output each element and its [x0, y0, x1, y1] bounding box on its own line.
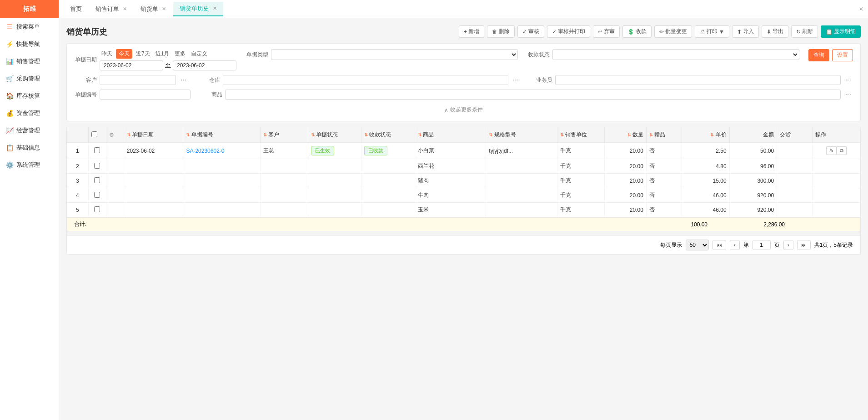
doc-type-select[interactable] [271, 49, 518, 60]
batch-change-button[interactable]: ✏ 批量变更 [654, 25, 692, 38]
date-btn-today[interactable]: 今天 [116, 49, 132, 59]
copy-button[interactable]: ⧉ [837, 146, 847, 155]
cell-check[interactable] [88, 143, 106, 159]
page-number-input[interactable] [753, 240, 771, 250]
receive-icon: 💲 [627, 29, 634, 35]
cell-check[interactable] [88, 188, 106, 203]
cell-doc-no[interactable] [183, 203, 261, 217]
date-start-input[interactable] [100, 60, 163, 70]
column-settings-icon[interactable]: ⚙ [109, 132, 114, 138]
cell-check[interactable] [88, 174, 106, 188]
customer-dots[interactable]: ··· [179, 76, 188, 84]
next-page-button[interactable]: › [783, 240, 793, 250]
col-header-doc-status[interactable]: ⇅ 单据状态 [308, 127, 361, 143]
date-label: 单据日期 [74, 56, 97, 64]
sort-icon: ⇅ [127, 132, 130, 137]
last-page-button[interactable]: ⏭ [797, 240, 811, 250]
col-header-unit[interactable]: ⇅ 销售单位 [557, 127, 605, 143]
sidebar-item-sys-mgmt[interactable]: ⚙️ 系统管理 [0, 156, 59, 174]
cell-check[interactable] [88, 203, 106, 217]
import-button[interactable]: ⬆ 导入 [732, 25, 759, 38]
tab-sales-history-close[interactable]: ✕ [213, 5, 217, 11]
delete-button[interactable]: 🗑 删除 [487, 25, 515, 38]
per-page-select[interactable]: 50 100 [686, 240, 709, 250]
tab-home[interactable]: 首页 [64, 2, 88, 16]
filter-row-3: 单据编号 商品 ··· [74, 90, 853, 100]
date-btn-custom[interactable]: 自定义 [189, 49, 209, 59]
sidebar-item-inventory[interactable]: 🏠 库存核算 [0, 87, 59, 105]
sidebar-item-sales-mgmt[interactable]: 📊 销售管理 [0, 53, 59, 70]
receive-button[interactable]: 💲 收款 [622, 25, 652, 38]
col-header-pay-status[interactable]: ⇅ 收款状态 [361, 127, 415, 143]
col-header-goods[interactable]: ⇅ 商品 [415, 127, 486, 143]
abandon-button[interactable]: ↩ 弃审 [593, 25, 620, 38]
date-btn-more[interactable]: 更多 [173, 49, 187, 59]
sidebar-item-purchase-mgmt[interactable]: 🛒 采购管理 [0, 70, 59, 87]
salesperson-dots[interactable]: ··· [843, 76, 853, 84]
row-checkbox[interactable] [94, 177, 100, 183]
cell-doc-no[interactable] [183, 188, 261, 203]
audit-print-button[interactable]: ✓ 审核并打印 [547, 25, 590, 38]
warehouse-dots[interactable]: ··· [511, 76, 521, 84]
date-btn-yesterday[interactable]: 昨天 [100, 49, 114, 59]
tab-sales-order[interactable]: 销售订单 ✕ [89, 2, 133, 16]
tab-sales-history[interactable]: 销货单历史 ✕ [173, 2, 223, 16]
sidebar-item-basic-info[interactable]: 📋 基础信息 [0, 139, 59, 156]
row-checkbox[interactable] [94, 163, 100, 169]
show-detail-button[interactable]: 📋 显示明细 [821, 25, 861, 38]
cell-check[interactable] [88, 159, 106, 174]
edit-button[interactable]: ✎ [826, 146, 837, 155]
date-btn-7days[interactable]: 近7天 [134, 49, 152, 59]
col-header-doc-no[interactable]: ⇅ 单据编号 [183, 127, 261, 143]
col-header-spec[interactable]: ⇅ 规格型号 [486, 127, 557, 143]
new-button[interactable]: + 新增 [459, 25, 484, 38]
tab-sales-goods[interactable]: 销货单 ✕ [134, 2, 172, 16]
col-header-qty[interactable]: ⇅ 数量 [605, 127, 646, 143]
col-header-gift[interactable]: ⇅ 赠品 [646, 127, 682, 143]
query-button[interactable]: 查询 [808, 49, 829, 61]
pay-status-select[interactable] [552, 49, 799, 60]
tab-sales-goods-label: 销货单 [140, 5, 158, 13]
first-page-button[interactable]: ⏮ [712, 240, 726, 250]
date-end-input[interactable] [173, 60, 236, 70]
cell-settings [106, 188, 124, 203]
sort-icon: ⇅ [489, 132, 492, 137]
prev-page-button[interactable]: ‹ [730, 240, 740, 250]
tab-sales-goods-close[interactable]: ✕ [162, 6, 166, 12]
cell-doc-no[interactable] [183, 159, 261, 174]
row-checkbox[interactable] [94, 206, 100, 212]
warehouse-input[interactable] [223, 75, 508, 85]
customer-input[interactable] [100, 75, 176, 85]
table-footer: 合计: 100.00 2,286.00 [67, 217, 860, 231]
audit-button[interactable]: ✓ 审核 [517, 25, 544, 38]
col-header-customer[interactable]: ⇅ 客户 [261, 127, 308, 143]
date-btn-1month[interactable]: 近1月 [154, 49, 171, 59]
close-all-button[interactable]: ✕ [859, 6, 863, 12]
sidebar-item-finance[interactable]: 💰 资金管理 [0, 105, 59, 122]
col-header-price[interactable]: ⇅ 单价 [682, 127, 729, 143]
sidebar-item-quick-nav[interactable]: ⚡ 快捷导航 [0, 35, 59, 53]
cell-doc-no[interactable] [183, 174, 261, 188]
select-all-checkbox[interactable] [91, 131, 97, 137]
sidebar-item-ops-mgmt[interactable]: 📈 经营管理 [0, 122, 59, 139]
doc-no-input[interactable] [100, 90, 191, 100]
goods-input[interactable] [225, 90, 841, 100]
row-checkbox[interactable] [94, 192, 100, 198]
tab-sales-order-close[interactable]: ✕ [123, 6, 127, 12]
settings-button[interactable]: 设置 [832, 49, 853, 61]
refresh-button[interactable]: ↻ 刷新 [791, 25, 818, 38]
cell-doc-no[interactable]: SA-20230602-0 [183, 143, 261, 159]
cell-date [124, 188, 183, 203]
horizontal-scrollbar[interactable] [67, 231, 860, 235]
row-checkbox[interactable] [94, 147, 100, 153]
pagination: 每页显示 50 100 ⏮ ‹ 第 页 › ⏭ 共1页，5条记录 [67, 235, 860, 254]
col-header-settings[interactable]: ⚙ [106, 127, 124, 143]
goods-dots[interactable]: ··· [843, 90, 853, 99]
col-header-date[interactable]: ⇅ 单据日期 [124, 127, 183, 143]
export-button[interactable]: ⬇ 导出 [762, 25, 788, 38]
collapse-button[interactable]: ∧ 收起更多条件 [74, 104, 853, 115]
print-button[interactable]: 🖨 打印 ▼ [695, 25, 729, 38]
sidebar-item-search-menu[interactable]: ☰ 搜索菜单 [0, 18, 59, 35]
salesperson-input[interactable] [555, 75, 840, 85]
col-header-check[interactable] [88, 127, 106, 143]
